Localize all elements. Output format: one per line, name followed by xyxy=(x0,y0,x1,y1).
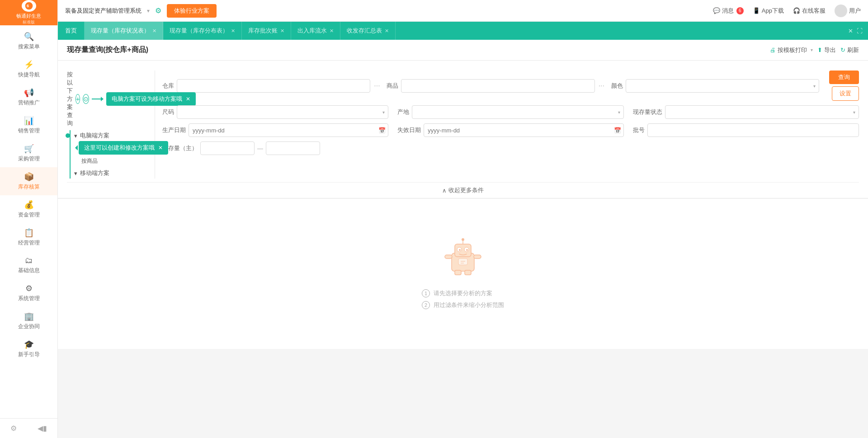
expire-date-start-input[interactable] xyxy=(424,123,623,137)
tab-in-out-flow[interactable]: 出入库流水 ✕ xyxy=(291,22,340,40)
warehouse-more-icon[interactable]: ··· xyxy=(374,82,383,90)
sales-icon: 📊 xyxy=(24,116,34,126)
tab-close-all-icon[interactable]: ✕ xyxy=(848,28,853,34)
settings-gear-icon[interactable]: ⚙ xyxy=(10,424,17,433)
tooltip2-close-btn[interactable]: ✕ xyxy=(158,145,163,151)
desktop-schema-label[interactable]: 电脑端方案 xyxy=(80,132,109,140)
edit-schema-btn[interactable]: ⊙ xyxy=(83,94,89,104)
tab-stock-dist[interactable]: 现存量（库存分布表） ✕ xyxy=(163,22,242,40)
sidebar-item-label: 新手引导 xyxy=(18,351,40,358)
refresh-btn[interactable]: ↻ 刷新 xyxy=(840,46,859,54)
sidebar-item-guide[interactable]: 🎓 新手引导 xyxy=(0,335,57,363)
origin-select[interactable] xyxy=(412,105,623,119)
goods-input[interactable] xyxy=(401,79,594,93)
tab-close-icon[interactable]: ✕ xyxy=(330,28,334,33)
sidebar-item-label: 资金管理 xyxy=(18,211,40,219)
size-select[interactable] xyxy=(177,105,388,119)
sidebar-bottom: ⚙ ◀▮ xyxy=(0,418,57,438)
sidebar-item-basic-info[interactable]: 🗂 基础信息 xyxy=(0,251,57,279)
dropdown-arrow-icon[interactable]: ▾ xyxy=(147,8,150,14)
schema-dot-indicator xyxy=(66,133,70,138)
finance-icon: 💰 xyxy=(24,200,34,210)
topbar-right: 💬 消息 6 📱 App下载 🎧 在线客服 用户 xyxy=(713,5,861,17)
filter-row-1: 仓库 ··· 商品 ··· 颜色 xyxy=(162,71,859,101)
user-btn[interactable]: 用户 xyxy=(835,5,861,17)
svg-text:6: 6 xyxy=(27,4,29,8)
stock-status-select[interactable] xyxy=(665,105,859,119)
support-label: 在线客服 xyxy=(802,7,826,15)
sidebar-item-label: 采购管理 xyxy=(18,155,40,163)
app-download-btn[interactable]: 📱 App下载 xyxy=(753,7,784,15)
query-btn[interactable]: 查询 xyxy=(829,71,859,84)
sidebar-item-marketing[interactable]: 📢 营销推广 xyxy=(0,83,57,111)
color-label: 颜色 xyxy=(611,82,623,90)
mobile-icon: 📱 xyxy=(753,7,760,14)
empty-steps: 1 请先选择要分析的方案 2 用过滤条件来缩小分析范围 xyxy=(422,289,504,313)
tab-close-icon[interactable]: ✕ xyxy=(152,28,156,33)
search-menu-icon: 🔍 xyxy=(24,32,34,42)
logo-text: 畅通好生意 xyxy=(16,13,41,19)
stock-qty-separator: — xyxy=(257,145,263,152)
svg-rect-11 xyxy=(474,255,481,259)
tab-stock-status[interactable]: 现存量（库存状况表） ✕ xyxy=(85,22,163,40)
action-btn[interactable]: 体验行业方案 xyxy=(167,4,217,18)
sidebar-item-purchase[interactable]: 🛒 采购管理 xyxy=(0,139,57,167)
tab-close-icon[interactable]: ✕ xyxy=(231,28,235,33)
collapse-btn[interactable]: ∧ 收起更多条件 xyxy=(67,183,859,198)
sidebar-item-finance[interactable]: 💰 资金管理 xyxy=(0,195,57,223)
filter-row-4: 现存量（主） — xyxy=(162,141,859,155)
stock-qty-max-input[interactable] xyxy=(266,141,320,155)
mobile-schema-label[interactable]: 移动端方案 xyxy=(80,169,109,177)
refresh-icon: ↻ xyxy=(840,47,845,53)
color-field: 颜色 xyxy=(611,79,819,93)
sidebar-item-quick-nav[interactable]: ⚡ 快捷导航 xyxy=(0,55,57,83)
tree-expand-icon[interactable]: ▾ xyxy=(74,132,77,139)
goods-more-icon[interactable]: ··· xyxy=(599,82,608,90)
tab-home[interactable]: 首页 xyxy=(58,22,85,40)
sidebar-item-inventory[interactable]: 📦 库存核算 xyxy=(0,167,57,195)
sidebar-item-enterprise[interactable]: 🏢 企业协同 xyxy=(0,307,57,335)
step-1-text: 请先选择要分析的方案 xyxy=(434,289,492,297)
sidebar-item-search-menu[interactable]: 🔍 搜索菜单 xyxy=(0,27,57,55)
tab-label: 出入库流水 xyxy=(297,27,327,35)
batch-input[interactable] xyxy=(647,123,859,137)
sidebar-item-label: 营销推广 xyxy=(18,99,40,107)
prod-date-start-input[interactable] xyxy=(189,123,388,137)
mobile-tree-icon[interactable]: ▾ xyxy=(74,170,77,177)
schema-child-item[interactable]: 按商品 xyxy=(81,156,149,166)
stock-qty-min-input[interactable] xyxy=(200,141,255,155)
tab-batch-account[interactable]: 库存批次账 ✕ xyxy=(242,22,291,40)
svg-point-7 xyxy=(466,249,468,251)
schema-left-panel: 按以下方案查询 + ⊙ 电脑方案可设为移动方案哦 ✕ xyxy=(67,71,155,179)
collapse-sidebar-icon[interactable]: ◀▮ xyxy=(38,424,47,433)
color-select[interactable] xyxy=(626,79,819,93)
tooltip1-close-btn[interactable]: ✕ xyxy=(186,96,190,102)
stock-status-label: 现存量状态 xyxy=(633,108,662,116)
tab-close-icon[interactable]: ✕ xyxy=(280,28,284,33)
filter-main-area: 按以下方案查询 + ⊙ 电脑方案可设为移动方案哦 ✕ xyxy=(67,66,859,182)
page-content: 现存量查询(按仓库+商品) 🖨 按模板打印 ▾ ⬆ 导出 ↻ 刷新 xyxy=(58,40,868,438)
message-btn[interactable]: 💬 消息 6 xyxy=(713,7,744,15)
warehouse-input[interactable] xyxy=(177,79,370,93)
enterprise-icon: 🏢 xyxy=(24,311,34,321)
tab-maximize-icon[interactable]: ⛶ xyxy=(857,28,863,34)
sidebar-item-operations[interactable]: 📋 经营管理 xyxy=(0,223,57,251)
sidebar-item-system[interactable]: ⚙ 系统管理 xyxy=(0,279,57,307)
support-btn[interactable]: 🎧 在线客服 xyxy=(793,7,826,15)
print-btn[interactable]: 🖨 按模板打印 ▾ xyxy=(770,46,813,54)
add-schema-btn[interactable]: + xyxy=(75,94,80,104)
tab-collect-report[interactable]: 收发存汇总表 ✕ xyxy=(340,22,396,40)
export-btn[interactable]: ⬆ 导出 xyxy=(817,46,836,54)
message-icon: 💬 xyxy=(713,7,720,14)
expire-date-label: 失效日期 xyxy=(397,126,421,134)
sidebar-item-label: 经营管理 xyxy=(18,239,40,247)
empty-step-1: 1 请先选择要分析的方案 xyxy=(422,289,504,297)
schema-header: 按以下方案查询 + ⊙ 电脑方案可设为移动方案哦 ✕ xyxy=(67,71,149,127)
print-label: 按模板打印 xyxy=(778,46,807,54)
settings-icon[interactable]: ⚙ xyxy=(155,6,161,15)
setting-btn[interactable]: 设置 xyxy=(832,86,859,101)
warehouse-field: 仓库 xyxy=(162,79,370,93)
filter-row-3: 生产日期 失效日期 批号 xyxy=(162,123,859,137)
sidebar-item-sales[interactable]: 📊 销售管理 xyxy=(0,111,57,139)
tab-close-icon[interactable]: ✕ xyxy=(385,28,389,33)
